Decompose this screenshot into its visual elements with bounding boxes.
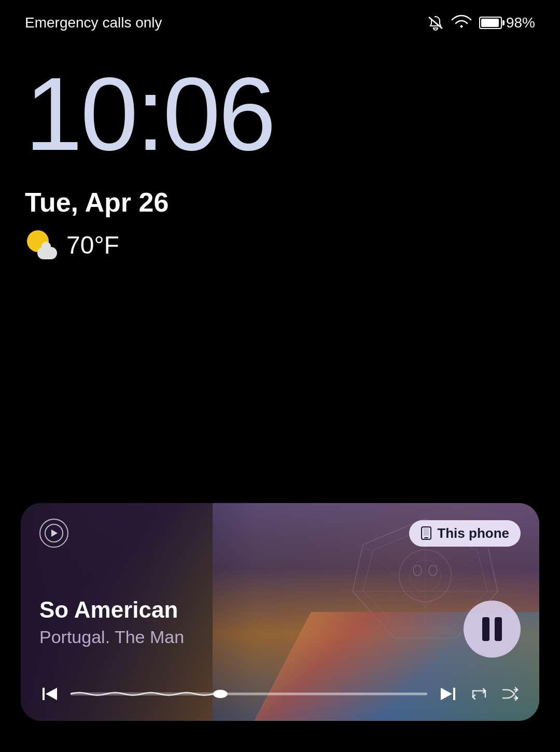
system-icons: 98%: [427, 15, 535, 31]
date-weather-section: Tue, Apr 26 70°F: [0, 166, 560, 261]
svg-marker-15: [46, 688, 57, 700]
svg-line-0: [429, 17, 442, 29]
this-phone-label: This phone: [437, 525, 509, 541]
music-player-card: This phone So American Portugal. The Man: [21, 503, 539, 721]
weather-icon: [25, 228, 58, 261]
clock-display: 10:06: [0, 31, 560, 166]
svg-point-16: [213, 690, 228, 698]
phone-device-icon: [421, 526, 432, 540]
previous-button[interactable]: [39, 684, 60, 704]
date-display: Tue, Apr 26: [25, 187, 535, 218]
song-info: So American Portugal. The Man: [39, 556, 521, 684]
pause-icon: [482, 617, 502, 641]
playback-controls: [39, 684, 521, 706]
svg-marker-17: [441, 688, 452, 700]
media-app-icon: [39, 519, 68, 548]
clock-time: 10:06: [25, 62, 535, 166]
pause-button[interactable]: [464, 601, 521, 658]
this-phone-pill[interactable]: This phone: [409, 520, 521, 547]
next-button[interactable]: [438, 684, 458, 704]
svg-rect-12: [424, 537, 428, 538]
weather-row: 70°F: [25, 228, 535, 261]
progress-bar[interactable]: [71, 692, 427, 695]
music-top-row: This phone: [39, 519, 521, 548]
svg-rect-13: [424, 528, 429, 536]
battery-percentage: 98%: [506, 15, 535, 31]
bell-muted-icon: [427, 15, 444, 31]
status-icons-group: 98%: [427, 15, 535, 31]
svg-marker-14: [43, 688, 45, 700]
song-title: So American: [39, 597, 521, 622]
status-bar: Emergency calls only 98%: [0, 0, 560, 31]
weather-temperature: 70°F: [66, 231, 119, 259]
play-circle-icon: [45, 524, 63, 542]
repeat-button[interactable]: [469, 684, 489, 704]
music-card-content: This phone So American Portugal. The Man: [21, 503, 539, 721]
svg-marker-18: [453, 688, 455, 700]
song-artist: Portugal. The Man: [39, 627, 521, 647]
battery-indicator: 98%: [479, 15, 535, 31]
shuffle-button[interactable]: [500, 684, 521, 704]
status-text: Emergency calls only: [25, 15, 162, 31]
wifi-icon: [451, 15, 472, 31]
